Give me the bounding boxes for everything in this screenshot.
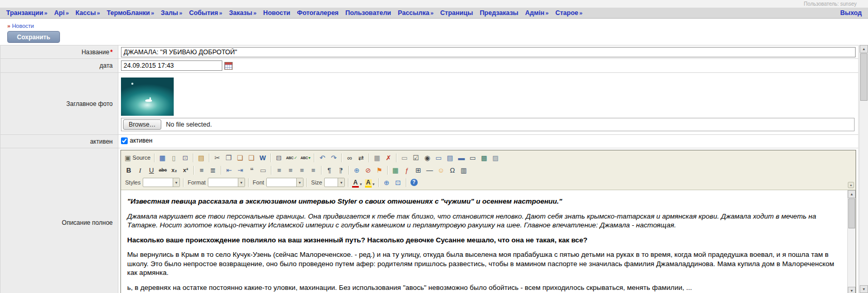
text-direction-rtl-icon[interactable]: ¶ — [336, 165, 346, 175]
calendar-icon[interactable] — [224, 62, 233, 70]
save-button[interactable]: Сохранить — [7, 31, 60, 43]
page-scroll-down-icon[interactable]: ▼ — [860, 285, 868, 293]
create-div-icon[interactable]: ▭ — [258, 165, 268, 175]
logout-link[interactable]: Выход — [840, 9, 862, 17]
editor-scrollbar[interactable]: ▲ ▼ — [847, 190, 856, 293]
page-scroll-thumb[interactable] — [860, 53, 867, 101]
bold-icon[interactable]: B — [124, 165, 134, 175]
paste-as-text-icon[interactable]: ❑ — [246, 152, 256, 163]
remove-format-icon[interactable]: ✗ — [383, 152, 393, 163]
text-color-button[interactable]: A▾ — [351, 177, 363, 188]
editor-scroll-up-icon[interactable]: ▲ — [848, 190, 856, 198]
menu-item-10[interactable]: Рассылка» — [398, 9, 434, 17]
page-break-icon[interactable]: ▥ — [459, 165, 469, 175]
maximize-icon[interactable]: ⊕ — [382, 177, 392, 188]
copy-icon[interactable]: ❐ — [223, 152, 234, 163]
undo-icon[interactable]: ↶ — [317, 152, 327, 163]
menu-item-13[interactable]: Адмін» — [525, 9, 549, 17]
superscript-icon[interactable]: x² — [180, 165, 191, 175]
about-icon[interactable]: ? — [409, 177, 419, 188]
print-icon[interactable]: ⊟ — [273, 152, 284, 163]
select-all-icon[interactable]: ▦ — [372, 152, 382, 163]
link-icon[interactable]: ⊕ — [352, 165, 362, 175]
flash-icon[interactable]: ƒ — [402, 165, 412, 175]
menu-item-1[interactable]: Api» — [54, 9, 69, 17]
hidden-field-icon[interactable]: ▨ — [490, 152, 500, 163]
paste-from-word-icon[interactable]: W — [257, 152, 268, 163]
image-icon[interactable]: ▦ — [390, 165, 401, 175]
format-combo[interactable]: Format▾ — [187, 178, 245, 187]
table-icon[interactable]: ⊞ — [413, 165, 423, 175]
align-left-icon[interactable]: ≡ — [274, 165, 284, 175]
menu-item-11[interactable]: Страницы — [440, 9, 473, 17]
title-input[interactable] — [121, 47, 856, 57]
styles-combo[interactable]: Styles▾ — [124, 178, 180, 187]
redo-icon[interactable]: ↷ — [328, 152, 339, 163]
cut-icon[interactable]: ✂ — [212, 152, 222, 163]
justify-icon[interactable]: ≡ — [308, 165, 318, 175]
format-combo-arrow-icon[interactable]: ▾ — [238, 178, 245, 187]
page-scroll-up-icon[interactable]: ▲ — [860, 45, 868, 53]
page-scrollbar[interactable]: ▲ ▼ — [859, 45, 868, 293]
menu-item-0[interactable]: Транзакции» — [6, 9, 48, 17]
bulleted-list-icon[interactable]: ≣ — [208, 165, 218, 175]
active-checkbox[interactable] — [121, 137, 128, 144]
radio-button-icon[interactable]: ◉ — [422, 152, 432, 163]
underline-icon[interactable]: U — [146, 165, 157, 175]
editor-scroll-down-icon[interactable]: ▼ — [848, 287, 856, 293]
source-button[interactable]: ▣Source — [124, 152, 151, 163]
image-button-icon[interactable]: ▩ — [479, 152, 489, 163]
save-icon[interactable]: ▦ — [157, 152, 167, 163]
font-combo[interactable]: Font▾ — [252, 178, 303, 187]
menu-item-6[interactable]: Заказы» — [229, 9, 256, 17]
size-combo[interactable]: Size▾ — [310, 178, 345, 187]
breadcrumb-link[interactable]: Новости — [12, 23, 34, 29]
checkbox-icon[interactable]: ☑ — [410, 152, 421, 163]
browse-button[interactable]: Browse… — [123, 119, 161, 130]
styles-combo-arrow-icon[interactable]: ▾ — [173, 178, 179, 187]
spell-check-icon[interactable]: ABC✓ — [285, 152, 298, 163]
font-combo-arrow-icon[interactable]: ▾ — [296, 178, 303, 187]
new-page-icon[interactable]: ▯ — [169, 152, 179, 163]
preview-icon[interactable]: ⊡ — [180, 152, 190, 163]
background-color-button[interactable]: A▾ — [364, 177, 376, 188]
toolbar-collapse-icon[interactable]: ▴ — [848, 182, 854, 188]
menu-item-14[interactable]: Старое» — [555, 9, 582, 17]
numbered-list-icon[interactable]: ≡ — [196, 165, 207, 175]
align-right-icon[interactable]: ≡ — [297, 165, 307, 175]
editor-scroll-thumb[interactable] — [848, 198, 855, 228]
form-icon[interactable]: ▭ — [399, 152, 409, 163]
blockquote-icon[interactable]: ❝ — [247, 165, 257, 175]
date-input[interactable] — [121, 60, 222, 71]
decrease-indent-icon[interactable]: ⇤ — [224, 165, 234, 175]
scayt-icon[interactable]: ABC▾ — [299, 152, 311, 163]
size-combo-arrow-icon[interactable]: ▾ — [338, 178, 344, 187]
replace-icon[interactable]: ⇄ — [356, 152, 366, 163]
menu-item-9[interactable]: Пользователи — [345, 9, 391, 17]
horizontal-rule-icon[interactable]: ― — [424, 165, 435, 175]
templates-icon[interactable]: ▤ — [196, 152, 206, 163]
text-direction-ltr-icon[interactable]: ¶ — [324, 165, 334, 175]
menu-item-7[interactable]: Новости — [263, 9, 290, 17]
paste-icon[interactable]: ❏ — [235, 152, 245, 163]
menu-item-8[interactable]: Фотогалерея — [297, 9, 339, 17]
italic-icon[interactable]: I — [135, 165, 145, 175]
menu-item-4[interactable]: Залы» — [161, 9, 182, 17]
button-icon[interactable]: ▭ — [467, 152, 478, 163]
align-center-icon[interactable]: ≡ — [285, 165, 296, 175]
strikethrough-icon[interactable]: abc — [158, 165, 168, 175]
subscript-icon[interactable]: x₂ — [169, 165, 179, 175]
text-field-icon[interactable]: ▭ — [433, 152, 444, 163]
increase-indent-icon[interactable]: ⇥ — [235, 165, 246, 175]
editor-content[interactable]: "Известная певица рассказала в эксклюзив… — [121, 190, 847, 293]
unlink-icon[interactable]: ⊘ — [363, 165, 373, 175]
menu-item-3[interactable]: ТермоБланки» — [106, 9, 154, 17]
menu-item-12[interactable]: Предзаказы — [480, 9, 519, 17]
special-character-icon[interactable]: Ω — [447, 165, 458, 175]
textarea-icon[interactable]: ▤ — [445, 152, 455, 163]
menu-item-5[interactable]: События» — [189, 9, 222, 17]
selection-field-icon[interactable]: ▬ — [456, 152, 466, 163]
find-icon[interactable]: ∞ — [344, 152, 355, 163]
menu-item-2[interactable]: Кассы» — [75, 9, 100, 17]
show-blocks-icon[interactable]: ⊡ — [393, 177, 403, 188]
